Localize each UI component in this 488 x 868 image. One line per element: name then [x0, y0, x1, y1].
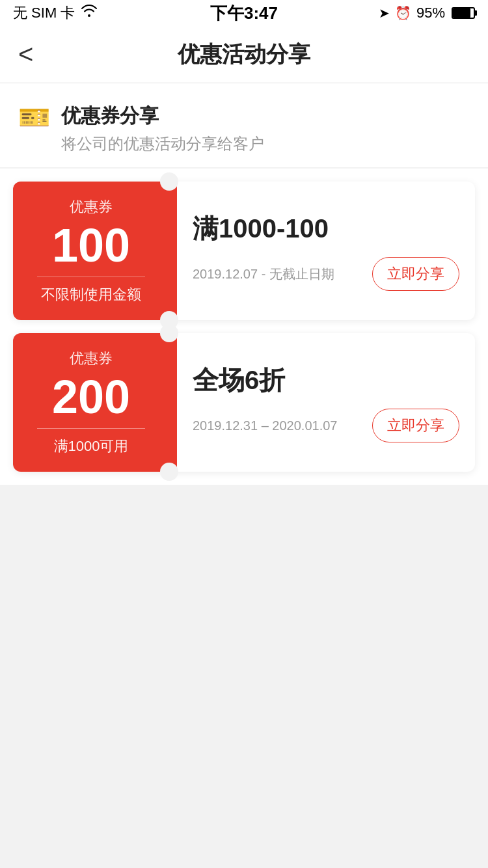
notch-bottom-2 [160, 463, 178, 481]
coupon-card-1: 优惠券 100 不限制使用金额 满1000-100 2019.12.07 - 无… [13, 182, 475, 320]
coupon-right-2: 全场6折 2019.12.31 – 2020.01.07 立即分享 [169, 333, 475, 472]
carrier-text: 无 SIM 卡 [13, 3, 75, 23]
coupon-date-2: 2019.12.31 – 2020.01.07 [193, 418, 337, 433]
coupon-right-1: 满1000-100 2019.12.07 - 无截止日期 立即分享 [169, 182, 475, 320]
nav-bar: < 优惠活动分享 [0, 26, 488, 83]
coupon-left-2: 优惠券 200 满1000可用 [13, 333, 169, 472]
coupon-section-icon: 🎫 [18, 104, 51, 130]
section-text: 优惠券分享 将公司的优惠活动分享给客户 [61, 103, 264, 154]
coupon-divider-1 [37, 277, 145, 277]
status-left: 无 SIM 卡 [13, 3, 98, 23]
wifi-icon [80, 4, 98, 22]
coupon-label-2: 优惠券 [70, 349, 113, 368]
page-title: 优惠活动分享 [178, 40, 310, 70]
alarm-icon: ⏰ [395, 5, 411, 21]
section-header: 🎫 优惠券分享 将公司的优惠活动分享给客户 [0, 83, 488, 167]
back-button[interactable]: < [18, 40, 33, 69]
coupon-name-2: 全场6折 [193, 362, 459, 398]
coupon-name-1: 满1000-100 [193, 211, 459, 247]
coupon-condition-2: 满1000可用 [54, 437, 129, 456]
section-title: 优惠券分享 [61, 103, 264, 129]
share-button-1[interactable]: 立即分享 [372, 257, 459, 291]
coupon-meta-2: 2019.12.31 – 2020.01.07 立即分享 [193, 409, 459, 442]
status-time: 下午3:47 [210, 2, 278, 25]
bottom-area [0, 485, 488, 849]
coupon-left-1: 优惠券 100 不限制使用金额 [13, 182, 169, 320]
status-bar: 无 SIM 卡 下午3:47 ➤ ⏰ 95% [0, 0, 488, 26]
notch-top-1 [160, 172, 178, 191]
battery-text: 95% [416, 5, 445, 21]
coupon-condition-1: 不限制使用金额 [41, 285, 141, 305]
coupon-amount-1: 100 [52, 222, 130, 269]
coupon-label-1: 优惠券 [70, 197, 113, 217]
section-subtitle: 将公司的优惠活动分享给客户 [61, 133, 264, 154]
notch-top-2 [160, 324, 178, 342]
location-icon: ➤ [379, 5, 390, 21]
battery-icon [452, 7, 475, 19]
coupon-list: 优惠券 100 不限制使用金额 满1000-100 2019.12.07 - 无… [0, 169, 488, 485]
status-right: ➤ ⏰ 95% [379, 5, 475, 21]
share-button-2[interactable]: 立即分享 [372, 409, 459, 442]
coupon-amount-2: 200 [52, 373, 130, 420]
coupon-meta-1: 2019.12.07 - 无截止日期 立即分享 [193, 257, 459, 291]
coupon-date-1: 2019.12.07 - 无截止日期 [193, 265, 334, 283]
coupon-divider-2 [37, 428, 145, 429]
coupon-card-2: 优惠券 200 满1000可用 全场6折 2019.12.31 – 2020.0… [13, 333, 475, 472]
